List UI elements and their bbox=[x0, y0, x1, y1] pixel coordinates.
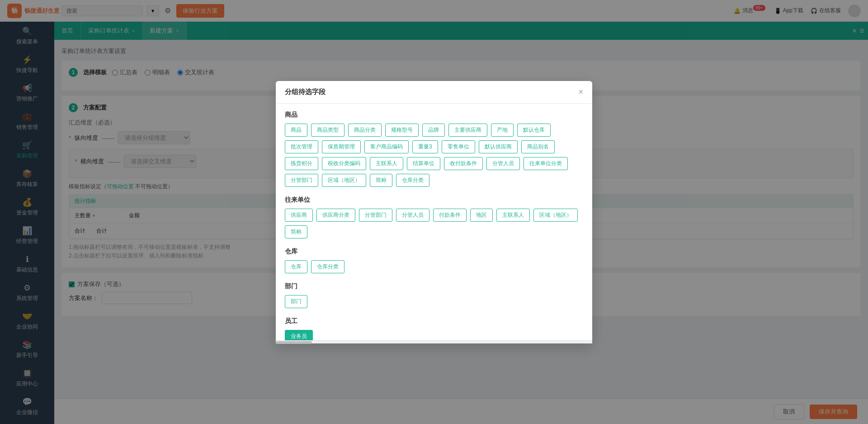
field-section-product-title: 商品 bbox=[285, 111, 583, 119]
field-tag-partner-contact[interactable]: 主联系人 bbox=[496, 209, 530, 222]
field-tag-main-contact[interactable]: 主联系人 bbox=[370, 157, 403, 170]
field-tag-manager[interactable]: 分管人员 bbox=[486, 157, 520, 170]
field-tag-pick-points[interactable]: 拣货积分 bbox=[285, 157, 318, 170]
modal-scrollbar-thumb[interactable] bbox=[276, 341, 312, 344]
modal-scrollbar-horizontal[interactable] bbox=[276, 340, 592, 343]
field-grid-warehouse: 仓库 仓库分类 bbox=[285, 260, 583, 273]
field-tag-dept[interactable]: 分管部门 bbox=[285, 174, 318, 187]
field-grid-partner: 供应商 供应商分类 分管部门 分管人员 付款条件 地区 主联系人 区域（地区） … bbox=[285, 209, 583, 238]
field-tag-main-supplier[interactable]: 主要供应商 bbox=[448, 124, 487, 137]
field-section-product: 商品 商品 商品类型 商品分类 规格型号 品牌 主要供应商 产地 默认仓库 批次… bbox=[285, 111, 583, 187]
field-section-warehouse: 仓库 仓库 仓库分类 bbox=[285, 248, 583, 273]
field-tag-partner-region[interactable]: 区域（地区） bbox=[533, 209, 578, 222]
field-section-department: 部门 部门 bbox=[285, 282, 583, 308]
field-section-partner: 往来单位 供应商 供应商分类 分管部门 分管人员 付款条件 地区 主联系人 区域… bbox=[285, 196, 583, 238]
field-tag-abbr[interactable]: 简称 bbox=[370, 174, 392, 187]
field-tag-origin[interactable]: 产地 bbox=[491, 124, 514, 137]
field-tag-default-supplier[interactable]: 默认供应商 bbox=[479, 140, 518, 153]
modal-header: 分组待选字段 × bbox=[276, 81, 592, 104]
field-tag-tax-code[interactable]: 税收分类编码 bbox=[322, 157, 366, 170]
field-tag-region[interactable]: 区域（地区） bbox=[322, 174, 366, 187]
modal-close-button[interactable]: × bbox=[578, 87, 583, 97]
field-tag-product-type[interactable]: 商品类型 bbox=[311, 124, 344, 137]
modal-dialog: 分组待选字段 × 商品 商品 商品类型 商品分类 规格型号 品牌 主要供应商 产… bbox=[276, 81, 592, 343]
field-grid-department: 部门 bbox=[285, 295, 583, 308]
modal-title: 分组待选字段 bbox=[285, 88, 326, 96]
field-tag-batch-mgmt[interactable]: 批次管理 bbox=[285, 140, 318, 153]
field-tag-partner-dept[interactable]: 分管部门 bbox=[359, 209, 392, 222]
modal-overlay[interactable]: 分组待选字段 × 商品 商品 商品类型 商品分类 规格型号 品牌 主要供应商 产… bbox=[0, 0, 868, 424]
modal-body[interactable]: 商品 商品 商品类型 商品分类 规格型号 品牌 主要供应商 产地 默认仓库 批次… bbox=[276, 104, 592, 341]
field-tag-brand[interactable]: 品牌 bbox=[422, 124, 445, 137]
field-tag-partner-abbr[interactable]: 简称 bbox=[285, 225, 307, 238]
field-tag-product-category[interactable]: 商品分类 bbox=[348, 124, 382, 137]
field-tag-default-warehouse[interactable]: 默认仓库 bbox=[517, 124, 551, 137]
field-section-warehouse-title: 仓库 bbox=[285, 248, 583, 256]
field-tag-customer-code[interactable]: 客户商品编码 bbox=[364, 140, 409, 153]
field-tag-weight3[interactable]: 重量3 bbox=[412, 140, 438, 153]
field-tag-biz-unit-category[interactable]: 往来单位分类 bbox=[524, 157, 568, 170]
field-tag-partner-manager[interactable]: 分管人员 bbox=[396, 209, 429, 222]
field-section-partner-title: 往来单位 bbox=[285, 196, 583, 204]
field-tag-supplier[interactable]: 供应商 bbox=[285, 209, 313, 222]
field-tag-expiry-mgmt[interactable]: 保质期管理 bbox=[322, 140, 361, 153]
field-tag-supplier-cat[interactable]: 供应商分类 bbox=[316, 209, 355, 222]
field-tag-warehouse-category[interactable]: 仓库分类 bbox=[311, 260, 344, 273]
field-tag-department[interactable]: 部门 bbox=[285, 295, 307, 308]
field-tag-settlement-unit[interactable]: 结算单位 bbox=[407, 157, 440, 170]
field-tag-partner-payment[interactable]: 付款条件 bbox=[433, 209, 467, 222]
field-tag-retail-unit[interactable]: 零售单位 bbox=[442, 140, 475, 153]
field-tag-partner-area[interactable]: 地区 bbox=[470, 209, 493, 222]
field-tag-salesperson[interactable]: 业务员 bbox=[285, 330, 313, 341]
field-section-employee: 员工 业务员 bbox=[285, 317, 583, 341]
field-grid-product: 商品 商品类型 商品分类 规格型号 品牌 主要供应商 产地 默认仓库 批次管理 … bbox=[285, 124, 583, 187]
field-tag-warehouse-cat[interactable]: 仓库分类 bbox=[396, 174, 429, 187]
field-tag-product-alias[interactable]: 商品别名 bbox=[521, 140, 555, 153]
field-grid-employee: 业务员 bbox=[285, 330, 583, 341]
field-section-department-title: 部门 bbox=[285, 282, 583, 291]
field-tag-payment-terms[interactable]: 收付款条件 bbox=[444, 157, 483, 170]
field-tag-product[interactable]: 商品 bbox=[285, 124, 307, 137]
field-section-employee-title: 员工 bbox=[285, 317, 583, 325]
field-tag-spec-model[interactable]: 规格型号 bbox=[385, 124, 419, 137]
field-tag-warehouse[interactable]: 仓库 bbox=[285, 260, 307, 273]
